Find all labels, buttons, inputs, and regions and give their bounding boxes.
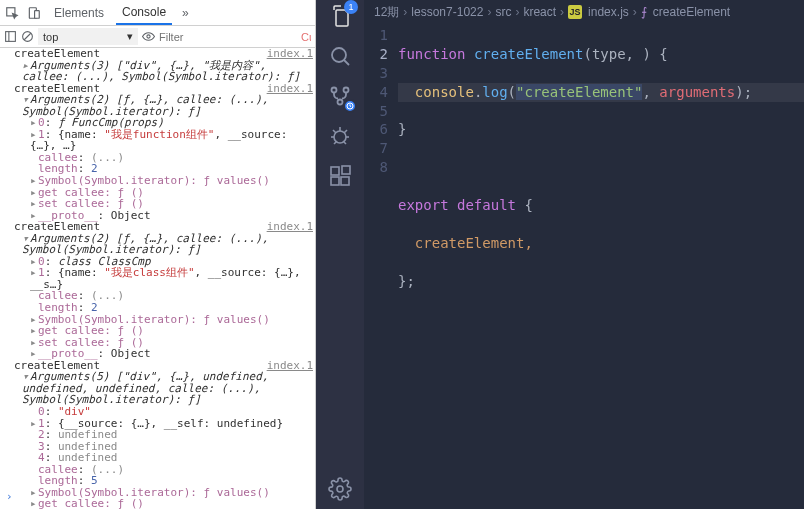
explorer-badge: 1 (344, 0, 358, 14)
line-gutter: 1 2 3 4 5 6 7 8 (364, 26, 398, 509)
debug-icon[interactable] (326, 122, 354, 150)
context-selector[interactable]: top ▾ (38, 28, 138, 45)
console-log-group[interactable]: index.1 createElement ▸Arguments(3) ["di… (4, 48, 315, 83)
code-editor: 1 12期› lesson7-1022› src› kreact› JS in (316, 0, 804, 509)
tab-elements[interactable]: Elements (48, 2, 110, 24)
console-toolbar: top ▾ Custom (0, 26, 315, 48)
chevron-down-icon: ▾ (127, 30, 133, 43)
source-link[interactable]: index.1 (267, 221, 313, 233)
console-output: index.1 createElement ▸Arguments(3) ["di… (0, 48, 315, 509)
expand-icon[interactable]: ▸ (30, 418, 38, 430)
svg-line-16 (333, 130, 336, 133)
custom-levels[interactable]: Custom (301, 31, 311, 43)
svg-line-6 (24, 33, 31, 40)
breadcrumb-seg[interactable]: kreact (523, 5, 556, 19)
svg-rect-2 (35, 10, 40, 18)
breadcrumb[interactable]: 12期› lesson7-1022› src› kreact› JS index… (364, 0, 804, 24)
breadcrumb-file[interactable]: index.js (588, 5, 629, 19)
arguments-summary: Arguments(2) [ƒ, {…}, callee: (...), Sym… (22, 93, 268, 118)
sync-badge-icon (343, 99, 357, 113)
devtools-panel: Elements Console » top ▾ Custom index.1 … (0, 0, 316, 509)
device-toggle-icon[interactable] (26, 5, 42, 21)
js-file-icon: JS (568, 5, 582, 19)
expand-icon[interactable]: ▸ (30, 325, 38, 337)
extensions-icon[interactable] (326, 162, 354, 190)
svg-point-7 (147, 35, 150, 38)
console-prompt[interactable]: › (6, 491, 13, 503)
svg-rect-23 (331, 177, 339, 185)
expand-icon[interactable]: ▸ (30, 198, 38, 210)
inspect-icon[interactable] (4, 5, 20, 21)
source-control-icon[interactable] (326, 82, 354, 110)
filter-input[interactable] (159, 31, 297, 43)
explorer-icon[interactable]: 1 (326, 2, 354, 30)
code-lines[interactable]: function createElement(type, ) { console… (398, 26, 804, 509)
console-log-group[interactable]: index.1 createElement ▾Arguments(2) [ƒ, … (4, 221, 315, 360)
svg-line-9 (344, 60, 349, 65)
clear-console-icon[interactable] (21, 29, 34, 45)
function-icon: ⨍ (641, 5, 647, 19)
context-label: top (43, 31, 58, 43)
editor-main: 12期› lesson7-1022› src› kreact› JS index… (364, 0, 804, 509)
arguments-summary: Arguments(5) ["div", {…}, undefined, und… (22, 370, 268, 406)
tabs-overflow[interactable]: » (178, 2, 193, 24)
svg-point-12 (338, 100, 343, 105)
tab-console[interactable]: Console (116, 1, 172, 25)
console-log-group[interactable]: index.1 createElement ▾Arguments(2) [ƒ, … (4, 83, 315, 222)
eye-icon[interactable] (142, 29, 155, 45)
svg-point-26 (337, 486, 343, 492)
svg-point-11 (344, 88, 349, 93)
breadcrumb-symbol[interactable]: createElement (653, 5, 730, 19)
svg-rect-3 (6, 32, 16, 42)
devtools-tabbar: Elements Console » (0, 0, 315, 26)
source-link[interactable]: index.1 (267, 83, 313, 95)
svg-line-17 (344, 130, 347, 133)
svg-line-20 (334, 141, 337, 144)
svg-rect-22 (331, 167, 339, 175)
activity-bar: 1 (316, 0, 364, 509)
svg-rect-25 (342, 166, 350, 174)
arguments-summary: Arguments(2) [ƒ, {…}, callee: (...), Sym… (22, 232, 268, 257)
source-link[interactable]: index.1 (267, 360, 313, 372)
expand-icon[interactable]: ▸ (30, 498, 38, 509)
expand-icon[interactable]: ▸ (30, 175, 38, 187)
breadcrumb-seg[interactable]: lesson7-1022 (411, 5, 483, 19)
code-view[interactable]: 1 2 3 4 5 6 7 8 function createElement(t… (364, 24, 804, 509)
source-link[interactable]: index.1 (267, 48, 313, 60)
breadcrumb-seg[interactable]: 12期 (374, 4, 399, 21)
sidebar-toggle-icon[interactable] (4, 29, 17, 45)
svg-rect-24 (341, 177, 349, 185)
settings-gear-icon[interactable] (326, 475, 354, 503)
svg-point-8 (332, 48, 346, 62)
arguments-summary: Arguments(3) ["div", {…}, "我是内容", callee… (22, 59, 300, 84)
search-icon[interactable] (326, 42, 354, 70)
console-log-group[interactable]: index.1 createElement ▾Arguments(5) ["di… (4, 360, 315, 509)
svg-point-10 (332, 88, 337, 93)
breadcrumb-seg[interactable]: src (495, 5, 511, 19)
svg-line-21 (343, 141, 346, 144)
